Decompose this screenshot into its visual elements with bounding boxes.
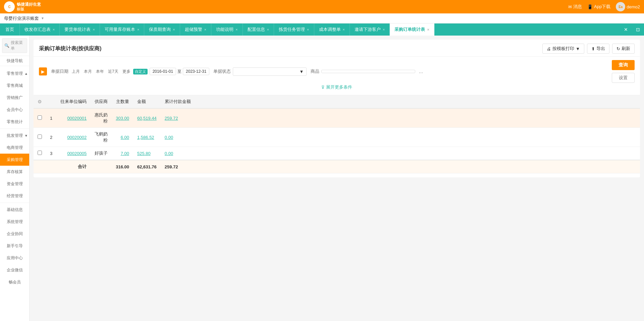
status-select[interactable]: ▼ (233, 67, 307, 76)
message-btn[interactable]: ✉ 消息 (568, 4, 582, 10)
tab-caigou-active[interactable]: 采购订单统计表 × (390, 23, 434, 36)
sidebar-item-operations[interactable]: 经营管理 (0, 190, 29, 202)
refresh-btn[interactable]: ↻ 刷新 (612, 44, 635, 54)
tab-yaohuo[interactable]: 要货单统计表 × (60, 23, 100, 36)
tab-shoufacun[interactable]: 收发存汇总表 × (20, 23, 60, 36)
date-last-month[interactable]: 上月 (70, 68, 81, 75)
date-end[interactable]: 2023-12-31 (183, 68, 209, 75)
filter-toggle-btn[interactable]: ▶ (39, 67, 47, 75)
sidebar-item-basics[interactable]: 基础信息 (0, 204, 29, 216)
close-icon[interactable]: × (343, 28, 345, 32)
sidebar-item-marketing[interactable]: 营销推广 (0, 92, 29, 104)
tab-restore-btn[interactable]: ⊡ (632, 23, 644, 36)
sidebar-item-member2[interactable]: 畅会员 (0, 276, 29, 288)
row-main-qty[interactable]: 7.00 (112, 147, 133, 160)
sidebar-item-finance[interactable]: 资金管理 (0, 178, 29, 190)
print-icon: 🖨 (547, 46, 551, 51)
sidebar-item-wechat[interactable]: 企业微信 (0, 264, 29, 276)
row-paid-amount[interactable]: 259.72 (161, 108, 195, 128)
tab-yaoqing[interactable]: 邀请下游客户 × (350, 23, 390, 36)
sidebar-search[interactable]: 🔍 搜索菜单 (0, 36, 29, 56)
row-amount[interactable]: 60,519.44 (133, 108, 161, 128)
row-unit-code[interactable]: 00020001 (56, 108, 91, 128)
sidebar-item-member[interactable]: 会员中心 (0, 104, 29, 116)
sidebar-item-inventory[interactable]: 库存核算 (0, 166, 29, 178)
tab-chaochu[interactable]: 超储预警 × (180, 23, 211, 36)
sidebar-item-appcenter[interactable]: 应用中心 (0, 252, 29, 264)
tab-home[interactable]: 首页 (0, 23, 20, 36)
tab-close-btn[interactable]: ✕ (620, 23, 632, 36)
query-btn[interactable]: 查询 (612, 60, 635, 70)
th-amount: 金额 (133, 95, 161, 108)
close-icon[interactable]: × (173, 28, 175, 32)
close-icon[interactable]: × (427, 28, 429, 32)
expand-more-btn[interactable]: ⊽ 展开更多条件 (321, 84, 352, 90)
sidebar-item-retail-mgmt[interactable]: 零售管理 ▲ (0, 67, 29, 79)
sidebar-item-collab[interactable]: 企业协同 (0, 228, 29, 240)
close-icon[interactable]: × (235, 28, 237, 32)
logo-icon: C (4, 1, 15, 12)
row-amount[interactable]: 525.80 (133, 147, 161, 160)
table-header-row: ⚙ 往来单位编码 供应商 主数量 金额 累计付款金额 (34, 95, 640, 108)
quick-nav-item[interactable]: 快捷导航 (0, 56, 29, 66)
settings-btn[interactable]: 设置 (612, 73, 635, 83)
date-last-7days[interactable]: 近7天 (107, 68, 120, 75)
date-more[interactable]: 更多 (121, 68, 132, 75)
sidebar-item-retail-shop[interactable]: 零售商城 (0, 79, 29, 92)
date-this-year[interactable]: 本年 (95, 68, 105, 75)
account-selector[interactable]: 母婴行业演示账套 ▼ (4, 15, 44, 21)
close-icon[interactable]: × (53, 28, 55, 32)
page-content: 采购订单统计表(按供应商) 🖨 按模板打印 ▼ ⬆ 导出 ↻ (30, 36, 644, 321)
app-download-btn[interactable]: 📱 App下载 (587, 4, 610, 10)
row-amount[interactable]: 1,586.52 (133, 128, 161, 147)
close-icon[interactable]: × (204, 28, 206, 32)
export-btn[interactable]: ⬆ 导出 (587, 44, 609, 54)
date-filter-label: 单据日期 (51, 68, 68, 74)
tab-baozhi[interactable]: 保质期查询 × (144, 23, 180, 36)
row-checkbox[interactable] (38, 135, 42, 139)
row-paid-amount[interactable]: 0.00 (161, 128, 195, 147)
search-icon: 🔍 (4, 43, 9, 48)
row-checkbox[interactable] (38, 115, 42, 120)
row-checkbox-cell (34, 108, 46, 128)
sidebar-item-wholesale[interactable]: 批发管理 ▼ (0, 129, 29, 142)
chevron-down-icon: ▼ (24, 134, 28, 138)
template-print-btn[interactable]: 🖨 按模板打印 ▼ (542, 44, 584, 54)
th-unit-code: 往来单位编码 (56, 95, 91, 108)
row-checkbox[interactable] (38, 151, 42, 155)
date-start[interactable]: 2016-01-01 (150, 68, 176, 75)
tab-peizhi[interactable]: 配置信息 × (243, 23, 274, 36)
sidebar-item-purchase[interactable]: 采购管理 (0, 154, 29, 166)
tab-gongneng[interactable]: 功能说明 × (211, 23, 243, 36)
footer-index-cell (46, 160, 56, 173)
tab-jianhuo[interactable]: 拣货任务管理 × (274, 23, 314, 36)
row-unit-code[interactable]: 00020002 (56, 128, 91, 147)
chevron-up-icon: ▲ (24, 72, 28, 75)
row-unit-code[interactable]: 00020005 (56, 147, 91, 160)
user-menu[interactable]: Ea demo2 (616, 2, 640, 11)
page-title-bar: 采购订单统计表(按供应商) 🖨 按模板打印 ▼ ⬆ 导出 ↻ (34, 40, 640, 57)
row-main-qty[interactable]: 6.00 (112, 128, 133, 147)
row-main-qty[interactable]: 303.00 (112, 108, 133, 128)
column-settings-icon[interactable]: ⚙ (38, 99, 42, 104)
close-icon[interactable]: × (137, 28, 139, 32)
goods-select[interactable] (321, 70, 415, 73)
close-icon[interactable]: × (93, 28, 95, 32)
sidebar-item-ecommerce[interactable]: 电商管理 (0, 142, 29, 154)
query-actions: 查询 设置 (612, 60, 635, 83)
more-options-icon[interactable]: ... (417, 68, 424, 74)
sidebar-item-system[interactable]: 系统管理 (0, 216, 29, 228)
date-this-month[interactable]: 本月 (83, 68, 93, 75)
sidebar-item-retail-stats[interactable]: 零售统计 (0, 116, 29, 128)
tab-keyongliang[interactable]: 可用量库存账本 × (100, 23, 144, 36)
close-icon[interactable]: × (307, 28, 309, 32)
sidebar-item-newguide[interactable]: 新手引导 (0, 240, 29, 252)
th-checkbox: ⚙ (34, 95, 46, 108)
custom-date-badge: 自定义 (133, 69, 148, 74)
search-menu-box[interactable]: 🔍 搜索菜单 (2, 38, 27, 53)
close-icon[interactable]: × (383, 28, 385, 32)
row-paid-amount[interactable]: 0.00 (161, 147, 195, 160)
tab-chengben[interactable]: 成本调整单 × (314, 23, 350, 36)
footer-main-qty: 316.00 (112, 160, 133, 173)
close-icon[interactable]: × (267, 28, 269, 32)
